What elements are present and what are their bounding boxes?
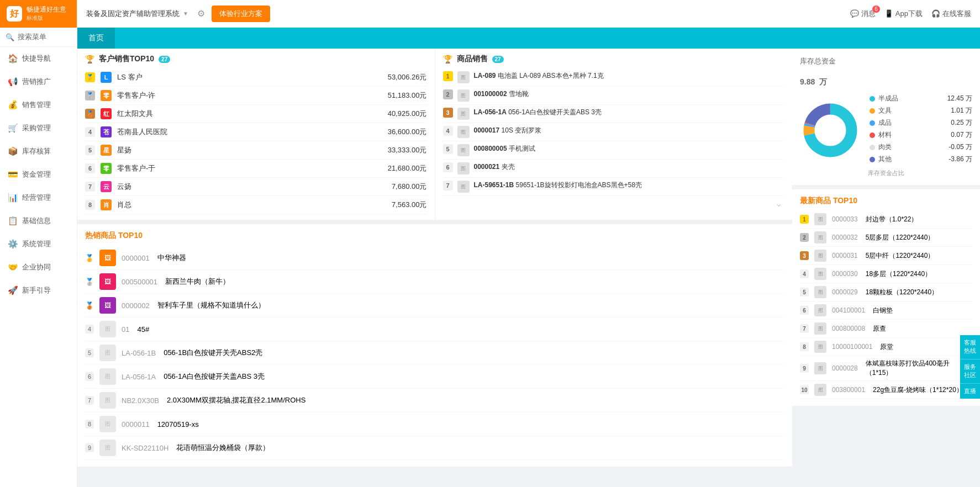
- newest-row[interactable]: 10 图 003800001 22g鱼豆腐-烧烤味（1*12*20）: [800, 381, 972, 399]
- newest-row[interactable]: 8 图 10000100001 原堂: [800, 338, 972, 356]
- customer-row[interactable]: 4 苍 苍南县人民医院 36,600.00元: [85, 123, 427, 141]
- sidebar-item-经营管理[interactable]: 📊经营管理: [0, 186, 77, 209]
- product-sales-row[interactable]: 4 图 0000017 10S 变刮罗浆: [443, 123, 785, 141]
- menu-label: 基础信息: [22, 216, 51, 226]
- service-float-btn[interactable]: 直播: [960, 384, 980, 399]
- hot-product-row[interactable]: 4 图 01 45#: [85, 317, 784, 341]
- customer-avatar: 零: [101, 90, 112, 101]
- product-sales-row[interactable]: 6 图 0000021 夹壳: [443, 160, 785, 178]
- sidebar-item-营销推广[interactable]: 📢营销推广: [0, 70, 77, 93]
- customer-amount: 7,563.00元: [392, 200, 427, 210]
- newest-name: 原查: [873, 324, 886, 334]
- newest-row[interactable]: 6 图 004100001 白钢垫: [800, 301, 972, 320]
- newest-row[interactable]: 5 图 0000029 18颗粒板（1220*2440）: [800, 283, 972, 301]
- hot-product-name: 新西兰牛肉（新牛）: [165, 277, 230, 287]
- newest-rank: 1: [800, 215, 809, 224]
- hot-product-row[interactable]: 8 图 0000011 12070519-xs: [85, 412, 784, 436]
- customer-row[interactable]: 🥈 零 零售客户-许 51,183.00元: [85, 87, 427, 105]
- service-float-btn[interactable]: 服务社区: [960, 359, 980, 384]
- customer-row[interactable]: 5 星 星扬 33,333.00元: [85, 141, 427, 160]
- newest-row[interactable]: 9 图 0000028 体斌嘉枝味苏打饮品400毫升（1*15）: [800, 356, 972, 381]
- product-info: 001000002 雪地靴: [474, 89, 785, 99]
- product-info: LA-59651-1B 59651-1B旋转投影灯电池盒ABS黑色+58壳: [474, 181, 785, 190]
- service-float-btn[interactable]: 客服热线: [960, 335, 980, 359]
- newest-row[interactable]: 7 图 000800008 原查: [800, 320, 972, 338]
- hot-product-row[interactable]: 🥇 🖼 0000001 中华神器: [85, 246, 784, 270]
- product-sales-row[interactable]: 1 图 LA-089 电池盖 LA-089 ABS本色+黑种 7.1克: [443, 68, 785, 87]
- sidebar-item-资金管理[interactable]: 💳资金管理: [0, 163, 77, 186]
- newest-thumb: 图: [814, 231, 826, 244]
- newest-row[interactable]: 3 图 0000031 5层中纤（1220*2440）: [800, 247, 972, 265]
- customer-avatar: 星: [101, 145, 112, 156]
- hot-product-row[interactable]: 9 图 KK-SD22110H 花语萌恒温分娩桶袋（厚款）: [85, 436, 784, 460]
- hot-product-name: 2.0X30MM双摆花轴,摆花直径2.1MM/ROHS: [167, 395, 305, 405]
- app-download-label: App下载: [895, 9, 923, 19]
- dropdown-icon: ▼: [183, 10, 188, 17]
- hot-product-row[interactable]: 5 图 LA-056-1B 056-1B白色按键开关壳ABS2壳: [85, 341, 784, 365]
- product-sales-row[interactable]: 2 图 001000002 雪地靴: [443, 87, 785, 105]
- menu-label: 企业协同: [22, 262, 51, 272]
- customer-name: 云扬: [117, 182, 386, 192]
- newest-row[interactable]: 2 图 0000032 5层多层（1220*2440）: [800, 229, 972, 247]
- newest-code: 10000100001: [832, 343, 872, 351]
- hot-product-row[interactable]: 🥈 🖼 000500001 新西兰牛肉（新牛）: [85, 270, 784, 294]
- hot-rank: 🥈: [85, 278, 94, 286]
- sidebar-item-企业协同[interactable]: 🤝企业协同: [0, 256, 77, 279]
- online-service-btn[interactable]: 🎧 在线客服: [931, 9, 971, 19]
- sidebar-item-系统管理[interactable]: ⚙️系统管理: [0, 232, 77, 256]
- newest-row[interactable]: 1 图 0000033 封边带（1.0*22）: [800, 210, 972, 229]
- sidebar-item-新手引导[interactable]: 🚀新手引导: [0, 279, 77, 302]
- product-sales-row[interactable]: 3 图 LA-056-1A 056-1A白色按键开关盖ABS 3壳: [443, 105, 785, 123]
- message-btn[interactable]: 💬 消息 6: [850, 9, 876, 19]
- hot-product-row[interactable]: 7 图 NB2.0X30B 2.0X30MM双摆花轴,摆花直径2.1MM/ROH…: [85, 389, 784, 412]
- sidebar-item-基础信息[interactable]: 📋基础信息: [0, 209, 77, 232]
- menu-icon: 📋: [8, 216, 18, 226]
- hot-product-row[interactable]: 🥉 🖼 0000002 智利车子里（规格不知道填什么）: [85, 294, 784, 317]
- product-info: 0000021 夹壳: [474, 162, 785, 172]
- inventory-title: 库存总资金: [800, 56, 972, 66]
- search-label: 搜索菜单: [18, 32, 46, 42]
- product-sales-row[interactable]: 5 图 000800005 手机测试: [443, 141, 785, 160]
- customer-avatar: 云: [101, 181, 112, 192]
- middle-section: 🏆 客户销售TOP10 27 🥇 L LS 客户 53,006.26元 🥈 零 …: [77, 49, 792, 487]
- hot-product-img: 图: [99, 416, 116, 432]
- newest-title: 最新商品 TOP10: [800, 196, 972, 206]
- customer-row[interactable]: 🥇 L LS 客户 53,006.26元: [85, 68, 427, 87]
- hot-product-img: 图: [99, 392, 116, 409]
- legend-val: 0.25 万: [951, 118, 972, 128]
- customer-row[interactable]: 6 零 零售客户-于 21,680.00元: [85, 160, 427, 178]
- app-download-btn[interactable]: 📱 App下载: [884, 9, 923, 19]
- system-selector[interactable]: 装备及固定资产辅助管理系统 ▼: [86, 9, 188, 19]
- customer-row[interactable]: 7 云 云扬 7,680.00元: [85, 178, 427, 196]
- inventory-unit: 万: [819, 77, 827, 86]
- legend-dot: [870, 96, 875, 102]
- sidebar-item-快捷导航[interactable]: 🏠快捷导航: [0, 47, 77, 70]
- customer-row[interactable]: 🥉 红 红太阳文具 40,925.00元: [85, 105, 427, 123]
- customer-row[interactable]: 8 肖 肖总 7,563.00元: [85, 196, 427, 214]
- sidebar-item-采购管理[interactable]: 🛒采购管理: [0, 117, 77, 140]
- newest-row[interactable]: 4 图 0000030 18多层（1220*2440）: [800, 265, 972, 283]
- sidebar-item-销售管理[interactable]: 💰销售管理: [0, 93, 77, 117]
- hot-product-code: 0000011: [122, 420, 150, 428]
- customer-rows: 🥇 L LS 客户 53,006.26元 🥈 零 零售客户-许 51,183.0…: [85, 68, 427, 214]
- search-menu[interactable]: 🔍 搜索菜单: [0, 28, 77, 47]
- legend-item: 材料 0.07 万: [870, 130, 972, 140]
- product-sales-label: 商品销售: [457, 54, 488, 64]
- hot-rank: 8: [85, 420, 94, 428]
- newest-thumb: 图: [814, 304, 826, 316]
- hot-product-name: 中华神器: [157, 253, 186, 263]
- hot-product-code: 0000001: [122, 254, 150, 262]
- legend-item: 肉类 -0.05 万: [870, 142, 972, 152]
- product-sales-row[interactable]: 7 图 LA-59651-1B 59651-1B旋转投影灯电池盒ABS黑色+58…: [443, 178, 785, 196]
- newest-rank: 3: [800, 251, 809, 260]
- newest-code: 0000028: [832, 364, 858, 372]
- product-sales-ranking: 🏆 商品销售 27 1 图 LA-089 电池盖 LA-089 ABS本色+黑种…: [435, 49, 793, 220]
- gear-icon[interactable]: ⚙: [197, 8, 205, 19]
- tab-home[interactable]: 首页: [77, 28, 115, 49]
- legend-val: 12.45 万: [947, 94, 972, 103]
- customer-amount: 40,925.00元: [388, 109, 427, 119]
- sidebar-item-库存核算[interactable]: 📦库存核算: [0, 140, 77, 163]
- trial-button[interactable]: 体验行业方案: [212, 6, 270, 22]
- sidebar-menu: 🏠快捷导航📢营销推广💰销售管理🛒采购管理📦库存核算💳资金管理📊经营管理📋基础信息…: [0, 47, 77, 302]
- hot-product-row[interactable]: 6 图 LA-056-1A 056-1A白色按键开关盖ABS 3壳: [85, 365, 784, 389]
